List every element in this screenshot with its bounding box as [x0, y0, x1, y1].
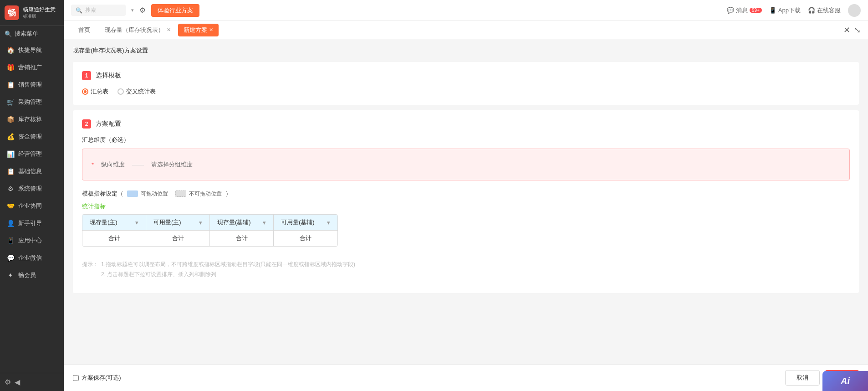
sidebar-item-wechat[interactable]: 💬 企业微信	[0, 249, 64, 267]
tip-text-1: 1.拖动标题栏可以调整布局，不可跨维度或指标区域拖动栏目字段(只能在同一维度或指…	[101, 260, 355, 270]
tab-new-plan[interactable]: 新建方案 ✕	[178, 24, 219, 36]
topbar-actions: 💬 消息 99+ 📱 App下载 🎧 在线客服	[727, 4, 861, 17]
indicator-label-prefix: 模板指标设定（	[82, 190, 123, 198]
sidebar-item-label: 新手引导	[18, 219, 42, 227]
message-icon: 💬	[727, 7, 734, 14]
tab-new-plan-close[interactable]: ✕	[209, 27, 213, 33]
tab-inventory-close[interactable]: ✕	[167, 27, 171, 33]
stats-title: 统计指标	[82, 202, 850, 211]
stats-header-label-1: 可用量(主)	[153, 218, 196, 226]
sidebar-item-member[interactable]: ✦ 畅会员	[0, 267, 64, 284]
message-action[interactable]: 💬 消息 99+	[727, 6, 762, 15]
stats-table-header-row: 现存量(主) ▾ 可用量(主) ▾ 现存量(基辅) ▾ 可用量(基辅)	[82, 215, 337, 230]
ai-badge[interactable]: Ai	[822, 371, 868, 391]
main-area: 🔍 搜索 ▾ ⚙ 体验行业方案 💬 消息 99+ 📱 App下载 🎧 在线客服	[64, 0, 868, 391]
sidebar: 畅 畅康通好生意 标准版 🔍 搜索菜单 🏠 快捷导航 🎁 营销推广 📋 销售管理…	[0, 0, 64, 391]
topbar-dropdown-icon[interactable]: ▾	[131, 7, 134, 13]
dimension-box[interactable]: * 纵向维度 —— 请选择分组维度	[82, 149, 850, 180]
sidebar-item-label: 畅会员	[18, 271, 36, 279]
tip-line-1: 提示： 1.拖动标题栏可以调整布局，不可跨维度或指标区域拖动栏目字段(只能在同一…	[82, 260, 850, 270]
sidebar-item-label: 企业微信	[18, 254, 42, 262]
dimension-placeholder: 请选择分组维度	[151, 160, 193, 169]
tab-inventory-status[interactable]: 现存量（库存状况表） ✕	[97, 21, 178, 39]
stats-header-cell-3[interactable]: 可用量(基辅) ▾	[274, 215, 337, 230]
stats-body-cell-3: 合计	[274, 230, 337, 246]
trial-button[interactable]: 体验行业方案	[151, 4, 199, 17]
tab-new-plan-label: 新建方案	[184, 26, 207, 34]
app-download-label: App下载	[778, 6, 801, 15]
stats-header-dropdown-3[interactable]: ▾	[327, 219, 330, 226]
inventory-icon: 📦	[6, 116, 15, 123]
legend-draggable-label: 可拖动位置	[141, 190, 168, 198]
sidebar-item-quick-nav[interactable]: 🏠 快捷导航	[0, 41, 64, 59]
app-download-action[interactable]: 📱 App下载	[769, 6, 801, 15]
tabs-bar: 首页 现存量（库存状况表） ✕ 新建方案 ✕ ✕ ⤡	[64, 21, 868, 39]
radio-summary[interactable]: 汇总表	[82, 87, 108, 96]
close-panel-button[interactable]: ✕	[843, 25, 850, 35]
stats-body-cell-2: 合计	[210, 230, 274, 246]
stats-header-dropdown-0[interactable]: ▾	[135, 219, 138, 226]
stats-header-cell-1[interactable]: 可用量(主) ▾	[146, 215, 210, 230]
sidebar-item-cooperate[interactable]: 🤝 企业协同	[0, 197, 64, 215]
customer-service-action[interactable]: 🎧 在线客服	[808, 6, 841, 15]
sidebar-item-sales[interactable]: 📋 销售管理	[0, 76, 64, 93]
finance-icon: 💰	[6, 133, 15, 140]
sidebar-item-label: 采购管理	[18, 98, 42, 106]
tip-text-2: 2. 点击标题栏下拉可设置排序、插入列和删除列	[101, 270, 216, 280]
dimension-dash: ——	[132, 161, 144, 168]
radio-cross-circle	[117, 88, 124, 95]
sidebar-search[interactable]: 🔍 搜索菜单	[0, 26, 64, 41]
sidebar-nav: 🏠 快捷导航 🎁 营销推广 📋 销售管理 🛒 采购管理 📦 库存核算 💰 资金管…	[0, 41, 64, 373]
sidebar-item-finance[interactable]: 💰 资金管理	[0, 128, 64, 145]
sidebar-item-label: 资金管理	[18, 133, 42, 141]
logo-icon: 畅	[5, 5, 19, 20]
ai-badge-text: Ai	[841, 376, 850, 386]
sidebar-item-management[interactable]: 📊 经营管理	[0, 145, 64, 163]
legend-draggable: 可拖动位置	[127, 190, 168, 198]
basic-info-icon: 📋	[6, 168, 15, 175]
sidebar-item-inventory[interactable]: 📦 库存核算	[0, 111, 64, 128]
expand-panel-button[interactable]: ⤡	[854, 25, 861, 35]
quick-nav-icon: 🏠	[6, 46, 15, 54]
dimension-field-label: 纵向维度	[101, 160, 125, 169]
legend-draggable-box	[127, 190, 138, 197]
collapse-button[interactable]: ◀	[15, 378, 20, 386]
save-checkbox[interactable]	[73, 375, 79, 381]
stats-table-body-row: 合计 合计 合计 合计	[82, 230, 337, 246]
tab-home[interactable]: 首页	[71, 21, 97, 39]
sidebar-item-marketing[interactable]: 🎁 营销推广	[0, 59, 64, 76]
stats-header-cell-2[interactable]: 现存量(基辅) ▾	[210, 215, 274, 230]
sidebar-item-system[interactable]: ⚙ 系统管理	[0, 180, 64, 197]
footer-save-option: 方案保存(可选)	[73, 374, 121, 382]
topbar-search[interactable]: 🔍 搜索	[71, 5, 126, 16]
sidebar-item-basic-info[interactable]: 📋 基础信息	[0, 163, 64, 180]
management-icon: 📊	[6, 150, 15, 158]
topbar-settings-icon[interactable]: ⚙	[139, 6, 146, 15]
legend-non-draggable-box	[175, 190, 186, 197]
section1-number: 1	[82, 71, 91, 80]
sidebar-item-label: 营销推广	[18, 63, 42, 72]
radio-cross[interactable]: 交叉统计表	[117, 87, 156, 96]
cancel-button[interactable]: 取消	[785, 370, 820, 386]
tip-prefix-1: 提示：	[82, 260, 98, 270]
legend-non-draggable: 不可拖动位置	[175, 190, 222, 198]
stats-header-dropdown-2[interactable]: ▾	[263, 219, 266, 226]
user-avatar[interactable]	[848, 4, 861, 17]
dimension-label: 汇总维度（必选）	[82, 136, 850, 144]
stats-header-cell-0[interactable]: 现存量(主) ▾	[82, 215, 146, 230]
sidebar-item-purchase[interactable]: 🛒 采购管理	[0, 93, 64, 111]
settings-button[interactable]: ⚙	[5, 378, 11, 386]
stats-header-dropdown-1[interactable]: ▾	[199, 219, 202, 226]
topbar-search-icon: 🔍	[76, 7, 82, 14]
sidebar-item-label: 应用中心	[18, 237, 42, 245]
indicator-legend: 可拖动位置 不可拖动位置	[127, 190, 222, 198]
indicator-settings: 模板指标设定（ 可拖动位置 不可拖动位置 ） 统计指标	[82, 190, 850, 284]
footer: 方案保存(可选) 取消 查询	[64, 364, 868, 391]
sidebar-item-newbie[interactable]: 👤 新手引导	[0, 215, 64, 232]
stats-header-label-0: 现存量(主)	[90, 218, 133, 226]
sidebar-item-app-center[interactable]: 📱 应用中心	[0, 232, 64, 249]
tip-line-2: 提示： 2. 点击标题栏下拉可设置排序、插入列和删除列	[82, 270, 850, 280]
tabs-right-actions: ✕ ⤡	[843, 25, 861, 35]
purchase-icon: 🛒	[6, 98, 15, 106]
app-center-icon: 📱	[6, 237, 15, 244]
